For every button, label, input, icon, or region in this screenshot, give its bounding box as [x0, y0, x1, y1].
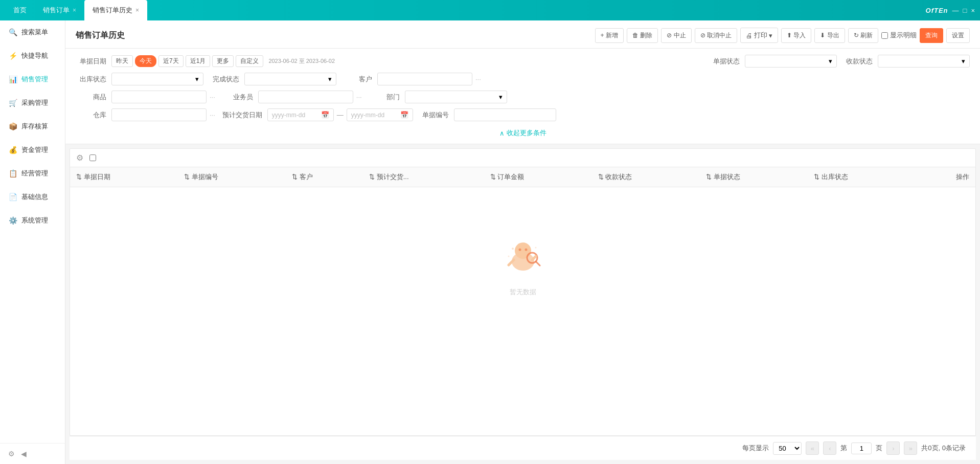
restore-btn[interactable]: □ [963, 7, 967, 14]
new-button[interactable]: + 新增 [595, 28, 624, 43]
sidebar-item-quick-nav[interactable]: ⚡ 快捷导航 [0, 44, 65, 68]
expected-date-end[interactable]: yyyy-mm-dd 📅 [347, 108, 413, 121]
date-btn-more[interactable]: 更多 [212, 55, 234, 67]
minimize-btn[interactable]: — [952, 7, 959, 14]
department-select[interactable]: ▾ [405, 91, 507, 103]
system-icon: ⚙️ [8, 216, 17, 225]
tab-home[interactable]: 首页 [5, 0, 35, 20]
data-table: ⇅ 单据日期 ⇅ 单据编号 ⇅ 客户 ⇅ 预计交货... ⇅ 订单金额 [70, 167, 975, 338]
toolbar: + 新增 🗑 删除 ⊘ 中止 ⊘ 取消中止 🖨 打印 ▾ ⬆ 导入 ⬇ 导出 ↻… [595, 28, 970, 43]
empty-state-icon [497, 228, 549, 279]
sidebar-item-operations[interactable]: 📋 经营管理 [0, 162, 65, 185]
export-button[interactable]: ⬇ 导出 [814, 28, 845, 43]
date-btn-7days[interactable]: 近7天 [158, 55, 184, 67]
sidebar-item-sales[interactable]: 📊 销售管理 [0, 68, 65, 91]
payment-status-select[interactable]: ▾ [878, 55, 970, 68]
total-text: 共0页, 0条记录 [921, 444, 966, 453]
date-label: 单据日期 [76, 57, 106, 66]
refresh-button[interactable]: ↻ 刷新 [848, 28, 878, 43]
col-action: 操作 [916, 167, 975, 187]
date-btn-yesterday[interactable]: 昨天 [111, 55, 133, 67]
warehouse-input[interactable] [111, 108, 207, 121]
close-btn[interactable]: × [971, 7, 975, 14]
import-button[interactable]: ⬆ 导入 [781, 28, 811, 43]
calendar-start-icon[interactable]: 📅 [321, 111, 329, 119]
next-page-btn[interactable]: › [886, 441, 900, 455]
salesperson-input[interactable] [258, 91, 353, 103]
query-button[interactable]: 查询 [920, 28, 943, 43]
col-number-label: ⇅ 单据编号 [184, 173, 218, 181]
warehouse-dots[interactable]: ··· [208, 111, 217, 119]
calendar-end-icon[interactable]: 📅 [400, 111, 408, 119]
sidebar-item-inventory[interactable]: 📦 库存核算 [0, 115, 65, 138]
sidebar-item-quick-nav-label: 快捷导航 [21, 51, 48, 60]
date-filter-group: 昨天 今天 近7天 近1月 更多 自定义 2023-06-02 至 2023-0… [111, 55, 704, 67]
select-all-checkbox[interactable] [89, 154, 96, 161]
date-dash: — [337, 111, 344, 119]
customer-input[interactable] [377, 73, 472, 85]
date-btn-today[interactable]: 今天 [135, 55, 156, 67]
date-btn-1month[interactable]: 近1月 [186, 55, 211, 67]
page-header: 销售订单历史 + 新增 🗑 删除 ⊘ 中止 ⊘ 取消中止 🖨 打印 ▾ ⬆ 导入… [65, 20, 980, 49]
table-settings-icon[interactable]: ⚙ [76, 153, 83, 163]
svg-line-5 [536, 261, 540, 266]
show-detail-checkbox[interactable]: 显示明细 [881, 31, 917, 40]
settings-button[interactable]: 设置 [946, 28, 970, 43]
filter-row-delivery: 出库状态 ▾ 完成状态 ▾ 客户 ··· [76, 73, 970, 85]
col-amount-label: ⇅ 订单金额 [490, 173, 525, 181]
salesperson-dots[interactable]: ··· [354, 93, 364, 101]
delivery-status-select[interactable]: ▾ [111, 73, 203, 85]
print-button[interactable]: 🖨 打印 ▾ [740, 28, 778, 43]
prev-page-btn[interactable]: ‹ [823, 441, 836, 455]
salesperson-label: 业务员 [222, 93, 253, 102]
collapse-label: 收起更多条件 [507, 128, 546, 138]
col-order-status: ⇅ 单据状态 [700, 167, 808, 187]
page-jump-label: 第 [840, 444, 847, 453]
sidebar-item-basic-info[interactable]: 📄 基础信息 [0, 185, 65, 209]
expected-date-end-placeholder: yyyy-mm-dd [351, 112, 384, 119]
sidebar-item-system[interactable]: ⚙️ 系统管理 [0, 209, 65, 232]
show-detail-input[interactable] [881, 32, 888, 39]
sidebar-item-inventory-label: 库存核算 [21, 122, 48, 131]
payment-status-dropdown-icon: ▾ [962, 57, 965, 65]
stop-button[interactable]: ⊘ 中止 [661, 28, 691, 43]
sidebar-collapse-icon[interactable]: ◀ [21, 450, 27, 458]
date-btn-custom[interactable]: 自定义 [236, 55, 263, 67]
sidebar-item-purchase[interactable]: 🛒 采购管理 [0, 91, 65, 115]
delivery-status-label: 出库状态 [76, 75, 106, 84]
tab-sales-order[interactable]: 销售订单 × [35, 0, 84, 20]
tab-sales-order-history-label: 销售订单历史 [93, 6, 132, 15]
sidebar-item-search-menu[interactable]: 🔍 搜索菜单 [0, 20, 65, 44]
page-size-select[interactable]: 50 20 100 [773, 442, 802, 455]
expected-date-label: 预计交货日期 [222, 111, 262, 120]
tab-sales-order-history-close[interactable]: × [135, 7, 139, 14]
delete-button[interactable]: 🗑 删除 [627, 28, 658, 43]
sidebar-item-finance[interactable]: 💰 资金管理 [0, 138, 65, 162]
expected-date-start[interactable]: yyyy-mm-dd 📅 [267, 108, 334, 121]
completion-status-select[interactable]: ▾ [244, 73, 336, 85]
page-input[interactable] [851, 443, 872, 454]
tab-sales-order-close[interactable]: × [73, 7, 76, 14]
order-status-dropdown-icon: ▾ [829, 57, 832, 65]
cancel-stop-button[interactable]: ⊘ 取消中止 [695, 28, 737, 43]
last-page-btn[interactable]: » [904, 441, 917, 455]
main-layout: 🔍 搜索菜单 ⚡ 快捷导航 📊 销售管理 🛒 采购管理 📦 库存核算 💰 资金管… [0, 20, 980, 464]
sidebar-settings-icon[interactable]: ⚙ [8, 450, 15, 458]
svg-point-10 [508, 256, 509, 257]
sidebar-bottom: ⚙ ◀ [0, 443, 65, 464]
customer-dots[interactable]: ··· [473, 75, 483, 83]
order-status-select[interactable]: ▾ [745, 55, 837, 68]
page-size-label: 每页显示 [742, 444, 769, 453]
col-date: ⇅ 单据日期 [70, 167, 178, 187]
first-page-btn[interactable]: « [806, 441, 819, 455]
svg-point-8 [512, 248, 514, 250]
collapse-row[interactable]: ∧ 收起更多条件 [76, 126, 970, 138]
tab-sales-order-history[interactable]: 销售订单历史 × [84, 0, 147, 20]
content-area: 销售订单历史 + 新增 🗑 删除 ⊘ 中止 ⊘ 取消中止 🖨 打印 ▾ ⬆ 导入… [65, 20, 980, 464]
col-expected-date-label: ⇅ 预计交货... [369, 173, 408, 181]
date-range-text: 2023-06-02 至 2023-06-02 [268, 57, 335, 65]
goods-input[interactable] [111, 91, 207, 103]
goods-dots[interactable]: ··· [208, 93, 217, 101]
sidebar-item-system-label: 系统管理 [21, 216, 48, 225]
order-number-input[interactable] [454, 108, 556, 121]
